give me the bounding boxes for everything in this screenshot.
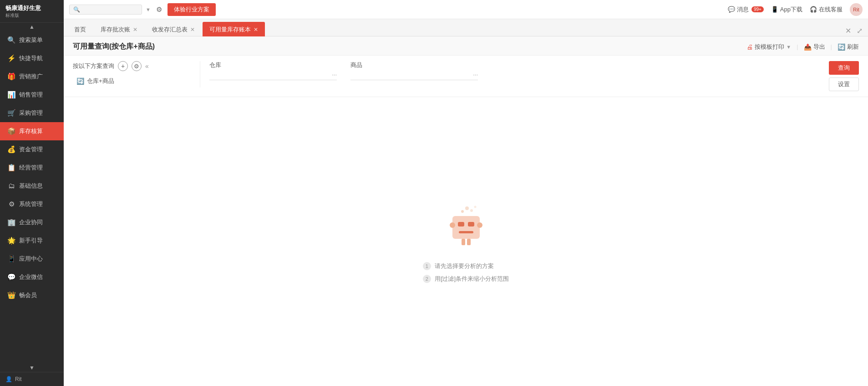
- filter-scheme-panel: 按以下方案查询 + ⚙ « 🔄 仓库+商品: [73, 61, 200, 87]
- tab-available-ledger[interactable]: 可用量库存账本 ✕: [203, 22, 265, 36]
- sidebar-item-inventory[interactable]: 📦 库存核算: [0, 122, 64, 140]
- sidebar-item-wechat[interactable]: 💬 企业微信: [0, 268, 64, 286]
- warehouse-more-icon[interactable]: ···: [332, 71, 337, 78]
- notifications-btn[interactable]: 💬 消息 99+: [728, 5, 764, 14]
- svg-point-8: [461, 210, 464, 213]
- filter-area: 按以下方案查询 + ⚙ « 🔄 仓库+商品 仓库 ···: [64, 56, 868, 97]
- tab-batch-ledger[interactable]: 库存批次账 ✕: [94, 22, 144, 36]
- svg-point-10: [470, 209, 473, 212]
- sidebar-item-label: 畅会员: [19, 291, 37, 299]
- filter-field-warehouse: 仓库 ···: [209, 61, 337, 80]
- user-name: Rit: [15, 376, 22, 382]
- sidebar-item-system[interactable]: ⚙ 系统管理: [0, 195, 64, 213]
- tab-close-icon[interactable]: ✕: [254, 27, 258, 32]
- warehouse-input[interactable]: [209, 71, 329, 78]
- product-input[interactable]: [350, 71, 470, 78]
- avatar[interactable]: Rit: [850, 3, 863, 16]
- svg-point-5: [477, 222, 482, 228]
- svg-rect-2: [468, 222, 474, 226]
- customer-service-btn[interactable]: 🎧 在线客服: [810, 5, 843, 14]
- topbar-search-box[interactable]: 🔍: [69, 5, 142, 15]
- tab-close-icon[interactable]: ✕: [133, 27, 137, 32]
- empty-state: 1 请先选择要分析的方案 2 用[过滤]条件来缩小分析范围: [64, 97, 868, 386]
- tip-text-1: 请先选择要分析的方案: [435, 262, 494, 270]
- sidebar-item-quicknav[interactable]: ⚡ 快捷导航: [0, 49, 64, 67]
- empty-illustration: [439, 200, 493, 255]
- tip-text-2: 用[过滤]条件来缩小分析范围: [435, 275, 509, 283]
- refresh-btn[interactable]: 🔄 刷新: [838, 43, 859, 51]
- sidebar-item-finance[interactable]: 💰 资金管理: [0, 140, 64, 159]
- sidebar-item-label: 经营管理: [19, 164, 43, 172]
- product-field-label: 商品: [350, 61, 478, 69]
- tab-home[interactable]: 首页: [67, 22, 93, 36]
- tab-label: 可用量库存账本: [209, 26, 251, 34]
- svg-rect-1: [458, 222, 464, 226]
- filter-collapse-btn[interactable]: «: [145, 62, 149, 70]
- filter-fields: 仓库 ··· 商品 ···: [200, 61, 820, 80]
- empty-tip-1: 1 请先选择要分析的方案: [423, 262, 509, 270]
- sidebar-item-label: 系统管理: [19, 200, 43, 208]
- app-download-label: App下载: [780, 5, 802, 14]
- basic-icon: 🗂: [7, 182, 15, 190]
- notifications-label: 消息: [737, 5, 749, 14]
- main-area: 🔍 ▼ ⚙ 体验行业方案 💬 消息 99+ 📱 App下载 🎧 在线客服 Rit: [64, 0, 868, 386]
- sales-icon: 📊: [7, 91, 15, 99]
- print-dropdown-icon[interactable]: ▼: [786, 44, 791, 50]
- purchase-icon: 🛒: [7, 109, 15, 117]
- tab-label: 首页: [74, 26, 86, 34]
- tip-num-1: 1: [423, 262, 431, 270]
- settings-button[interactable]: 设置: [829, 77, 859, 91]
- newbie-icon: 🌟: [7, 237, 15, 245]
- sidebar-item-label: 应用中心: [19, 255, 43, 263]
- system-icon: ⚙: [7, 200, 15, 208]
- sidebar-scroll-down[interactable]: ▼: [0, 364, 64, 372]
- filter-section-label: 按以下方案查询: [73, 62, 114, 70]
- filter-add-scheme-btn[interactable]: +: [118, 61, 128, 71]
- warehouse-field-label: 仓库: [209, 61, 337, 69]
- print-label: 按模板打印: [755, 43, 784, 51]
- search-dropdown-icon[interactable]: ▼: [146, 7, 151, 12]
- tab-close-window-icon[interactable]: ✕: [843, 26, 853, 36]
- divider: |: [831, 43, 832, 50]
- inventory-icon: 📦: [7, 127, 15, 135]
- sidebar-item-label: 企业协同: [19, 218, 43, 226]
- sidebar-item-operations[interactable]: 📋 经营管理: [0, 159, 64, 177]
- app-subtitle: 标准版: [5, 12, 58, 19]
- trial-industry-button[interactable]: 体验行业方案: [168, 3, 216, 16]
- sidebar-item-newbie[interactable]: 🌟 新手引导: [0, 232, 64, 250]
- settings-gear-icon[interactable]: ⚙: [154, 4, 164, 15]
- appcenter-icon: 📱: [7, 255, 15, 263]
- export-btn[interactable]: 📤 导出: [804, 43, 825, 51]
- sidebar-item-purchase[interactable]: 🛒 采购管理: [0, 104, 64, 122]
- sidebar-item-label: 新手引导: [19, 237, 43, 245]
- sidebar-nav: 🔍 搜索菜单 ⚡ 快捷导航 🎁 营销推广 📊 销售管理 🛒 采购管理 📦 库存核…: [0, 31, 64, 364]
- empty-tips: 1 请先选择要分析的方案 2 用[过滤]条件来缩小分析范围: [423, 262, 509, 283]
- scheme-icon: 🔄: [76, 77, 84, 85]
- sidebar-item-basic[interactable]: 🗂 基础信息: [0, 177, 64, 195]
- query-buttons: 查询 设置: [820, 61, 859, 91]
- download-icon: 📱: [771, 6, 778, 13]
- tab-close-icon[interactable]: ✕: [190, 27, 195, 32]
- user-icon: 👤: [5, 376, 12, 382]
- product-more-icon[interactable]: ···: [473, 71, 478, 78]
- sidebar-item-member[interactable]: 👑 畅会员: [0, 286, 64, 304]
- tip-num-2: 2: [423, 275, 431, 283]
- sidebar-item-sales[interactable]: 📊 销售管理: [0, 86, 64, 104]
- sidebar-scroll-up[interactable]: ▲: [0, 23, 64, 31]
- sidebar-user-area[interactable]: 👤 Rit: [0, 372, 64, 386]
- app-download-btn[interactable]: 📱 App下载: [771, 5, 802, 14]
- query-button[interactable]: 查询: [829, 61, 859, 75]
- sidebar-item-search[interactable]: 🔍 搜索菜单: [0, 31, 64, 49]
- topbar: 🔍 ▼ ⚙ 体验行业方案 💬 消息 99+ 📱 App下载 🎧 在线客服 Rit: [64, 0, 868, 19]
- topbar-search-input[interactable]: [82, 6, 137, 13]
- filter-scheme-item[interactable]: 🔄 仓库+商品: [73, 75, 194, 87]
- tab-receive-summary[interactable]: 收发存汇总表 ✕: [145, 22, 202, 36]
- filter-scheme-settings-btn[interactable]: ⚙: [132, 61, 142, 71]
- print-template-btn[interactable]: 🖨 按模板打印 ▼: [746, 43, 791, 51]
- sidebar-item-enterprise[interactable]: 🏢 企业协同: [0, 213, 64, 232]
- tab-expand-icon[interactable]: ⤢: [855, 26, 864, 36]
- tabs-bar: 首页 库存批次账 ✕ 收发存汇总表 ✕ 可用量库存账本 ✕ ✕ ⤢: [64, 19, 868, 36]
- sidebar-item-marketing[interactable]: 🎁 营销推广: [0, 67, 64, 86]
- page-header-actions: 🖨 按模板打印 ▼ | 📤 导出 | 🔄 刷新: [746, 43, 859, 51]
- sidebar-item-appcenter[interactable]: 📱 应用中心: [0, 250, 64, 268]
